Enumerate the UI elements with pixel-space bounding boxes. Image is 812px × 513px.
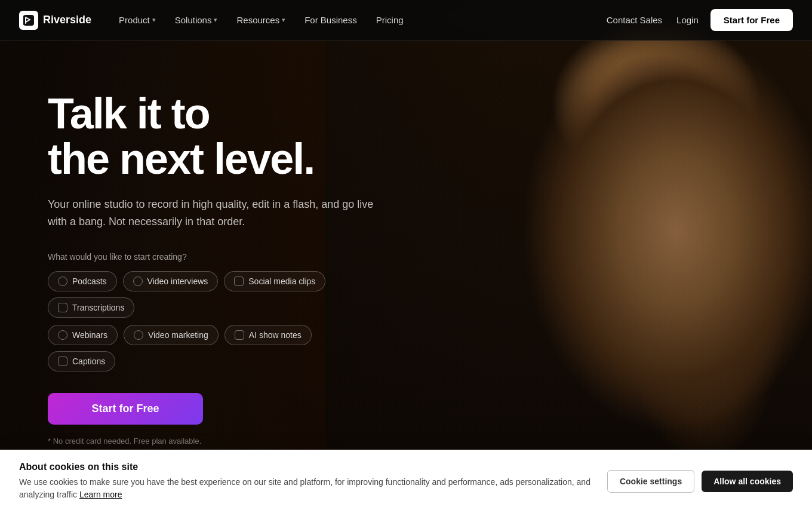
brand-name: Riverside [43,14,91,26]
nav-product[interactable]: Product ▾ [110,10,164,30]
nav-pricing[interactable]: Pricing [368,10,412,30]
checkbox-ai-show-notes [235,330,244,340]
nav-solutions[interactable]: Solutions ▾ [167,10,226,30]
hero-title: Talk it to the next level. [48,91,382,182]
checkbox-video-interviews [133,277,143,286]
cookie-settings-button[interactable]: Cookie settings [607,470,694,493]
chip-captions[interactable]: Captions [48,351,115,371]
checkbox-social-media-clips [234,277,244,286]
checkbox-video-marketing [134,330,143,340]
chip-social-media-clips[interactable]: Social media clips [224,271,325,291]
cookie-body: We use cookies to make sure you have the… [19,476,593,501]
checkbox-captions [58,357,67,366]
cookie-learn-more-link[interactable]: Learn more [79,490,122,499]
chip-webinars[interactable]: Webinars [48,325,118,345]
cookie-title: About cookies on this site [19,462,593,472]
checkbox-webinars [58,330,67,340]
nav-for-business[interactable]: For Business [296,10,365,30]
cookie-allow-button[interactable]: Allow all cookies [702,471,793,492]
nav-resources[interactable]: Resources ▾ [228,10,294,30]
logo[interactable]: Riverside [19,11,91,30]
nav-right: Contact Sales Login Start for Free [604,9,793,31]
cookie-actions: Cookie settings Allow all cookies [607,470,793,493]
chip-podcasts[interactable]: Podcasts [48,271,117,291]
cookie-text: About cookies on this site We use cookie… [19,462,593,501]
chips-row-2: Webinars Video marketing AI show notes C… [48,325,382,371]
hero-subtitle: Your online studio to record in high qua… [48,196,382,231]
chevron-down-icon: ▾ [282,16,285,24]
cta-area: Start for Free * No credit card needed. … [48,379,382,446]
chip-video-marketing[interactable]: Video marketing [124,325,219,345]
hero-start-free-button[interactable]: Start for Free [48,393,203,425]
hero-disclaimer: * No credit card needed. Free plan avail… [48,437,382,446]
contact-sales-button[interactable]: Contact Sales [604,10,665,30]
nav-links: Product ▾ Solutions ▾ Resources ▾ For Bu… [110,10,412,30]
login-button[interactable]: Login [674,10,701,30]
chip-ai-show-notes[interactable]: AI show notes [224,325,312,345]
chevron-down-icon: ▾ [152,16,156,24]
chevron-down-icon: ▾ [214,16,217,24]
nav-start-free-button[interactable]: Start for Free [710,9,793,31]
chip-video-interviews[interactable]: Video interviews [123,271,219,291]
logo-icon [19,11,38,30]
navigation: Riverside Product ▾ Solutions ▾ Resource… [0,0,812,41]
checkbox-transcriptions [58,303,67,312]
nav-left: Riverside Product ▾ Solutions ▾ Resource… [19,10,412,30]
cookie-banner: About cookies on this site We use cookie… [0,450,812,513]
hero-content: Talk it to the next level. Your online s… [0,20,430,493]
hero-section: Talk it to the next level. Your online s… [0,0,812,513]
chip-transcriptions[interactable]: Transcriptions [48,297,134,318]
checkbox-podcasts [58,277,67,286]
hero-question: What would you like to start creating? [48,252,382,262]
chips-row-1: Podcasts Video interviews Social media c… [48,271,382,318]
